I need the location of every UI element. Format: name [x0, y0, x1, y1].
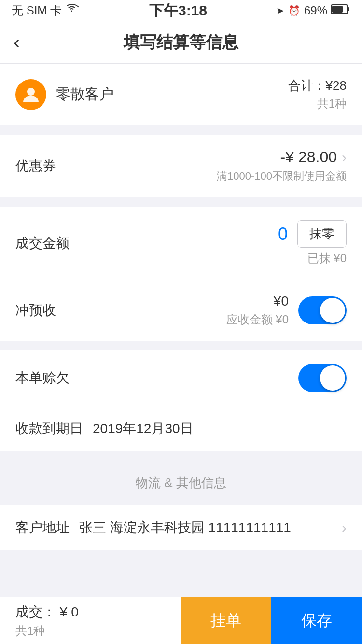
credit-row: 本单赊欠 [0, 350, 362, 406]
deal-value: ¥ 0 [60, 604, 79, 619]
customer-count: 共1种 [288, 96, 347, 112]
back-button[interactable]: ‹ [14, 31, 20, 53]
customer-avatar [15, 79, 46, 110]
round-button[interactable]: 抹零 [297, 220, 347, 248]
pre-receive-toggle[interactable] [298, 296, 347, 324]
coupon-chevron-icon: › [342, 149, 347, 166]
due-date-row: 收款到期日 2019年12月30日 [0, 406, 362, 451]
svg-point-3 [27, 88, 35, 96]
sim-label: 无 SIM 卡 [12, 3, 62, 18]
address-chevron-icon: › [342, 519, 347, 536]
bottom-info: 成交： ¥ 0 共1种 [0, 603, 181, 639]
status-right: ➤ ⏰ 69% [276, 4, 350, 17]
address-row[interactable]: 客户地址 张三 海淀永丰科技园 11111111111 › [0, 505, 362, 550]
save-button[interactable]: 保存 [271, 597, 362, 644]
logistics-divider: 物流 & 其他信息 [0, 461, 362, 505]
svg-rect-2 [332, 6, 343, 13]
nav-bar: ‹ 填写结算等信息 [0, 21, 362, 64]
due-date-value: 2019年12月30日 [93, 420, 194, 438]
address-value: 张三 海淀永丰科技园 11111111111 [79, 518, 327, 537]
battery-icon [331, 4, 350, 17]
pre-sub-value: 应收金额 ¥0 [226, 312, 289, 327]
coupon-label: 优惠券 [15, 157, 56, 175]
transaction-value[interactable]: 0 [268, 224, 288, 244]
coupon-right: -¥ 28.00 › 满1000-100不限制使用金额 [217, 148, 347, 183]
alarm-icon: ⏰ [288, 5, 300, 16]
amount-input-area: 0 抹零 [268, 220, 347, 248]
customer-total: 合计：¥28 [288, 77, 347, 94]
address-label: 客户地址 [15, 518, 70, 537]
toggle-knob [320, 298, 345, 323]
transaction-row: 成交金额 0 抹零 已抹 ¥0 [0, 207, 362, 280]
transaction-sub: 已抹 ¥0 [307, 251, 347, 266]
customer-left: 零散客户 [15, 79, 114, 110]
pre-amounts: ¥0 应收金额 ¥0 [226, 294, 289, 327]
pre-receive-row: 冲预收 ¥0 应收金额 ¥0 [0, 280, 362, 341]
hold-button[interactable]: 挂单 [181, 597, 271, 644]
logistics-line-right [236, 483, 347, 483]
customer-right: 合计：¥28 共1种 [288, 77, 347, 112]
pre-main-value: ¥0 [226, 294, 289, 309]
wifi-icon [67, 4, 80, 17]
page-title: 填写结算等信息 [124, 31, 238, 54]
coupon-row[interactable]: 优惠券 -¥ 28.00 › 满1000-100不限制使用金额 [0, 135, 362, 197]
pre-receive-label: 冲预收 [15, 301, 56, 320]
logistics-line-left [15, 483, 126, 483]
credit-toggle-knob [320, 365, 345, 391]
svg-rect-1 [348, 7, 349, 11]
transaction-label: 成交金额 [15, 234, 70, 252]
logistics-text: 物流 & 其他信息 [136, 475, 226, 491]
bottom-deal-label: 成交： ¥ 0 [15, 603, 165, 621]
deal-prefix: 成交： [15, 604, 56, 619]
customer-name: 零散客户 [56, 84, 114, 104]
bottom-count: 共1种 [15, 623, 165, 639]
battery-label: 69% [304, 4, 327, 17]
bottom-bar: 成交： ¥ 0 共1种 挂单 保存 [0, 597, 362, 644]
status-time: 下午3:18 [149, 1, 207, 21]
credit-label: 本单赊欠 [15, 369, 70, 387]
status-left: 无 SIM 卡 [12, 3, 80, 18]
coupon-discount: -¥ 28.00 [280, 148, 337, 166]
coupon-description: 满1000-100不限制使用金额 [217, 169, 347, 183]
due-date-label: 收款到期日 [15, 420, 83, 438]
pre-receive-right: ¥0 应收金额 ¥0 [226, 294, 347, 327]
credit-toggle[interactable] [298, 364, 347, 392]
customer-row: 零散客户 合计：¥28 共1种 [0, 64, 362, 125]
location-icon: ➤ [276, 5, 284, 16]
status-bar: 无 SIM 卡 下午3:18 ➤ ⏰ 69% [0, 0, 362, 21]
